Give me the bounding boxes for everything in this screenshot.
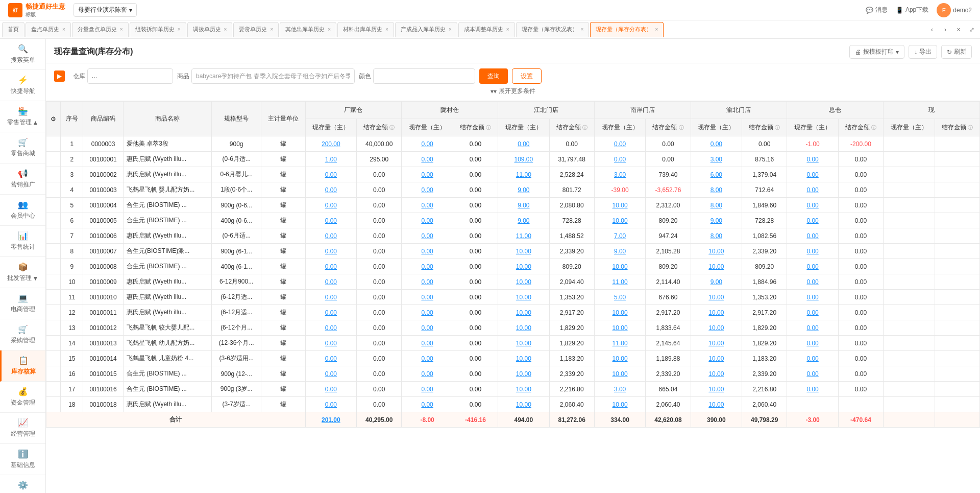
th-more: 现: [884, 102, 980, 119]
main-layout: 🔍 搜索英单 ⚡ 快捷导航 🏪 零售管理 ▲ 🛒 零售商城: [0, 39, 980, 493]
close-icon[interactable]: ×: [62, 27, 65, 32]
tab-home[interactable]: 首页: [2, 22, 24, 37]
summary-total-stock: -3.00: [787, 412, 839, 428]
tab-10[interactable]: 现存量（库存状况表） ×: [516, 22, 590, 37]
summary-lh-stock[interactable]: -8.00: [402, 412, 453, 428]
tab-close-btn[interactable]: ×: [952, 24, 965, 36]
th-yb-amount: 结存金额 ⓘ: [742, 119, 787, 136]
export-btn[interactable]: ↓ 导出: [909, 45, 937, 59]
th-unit: 主计量单位: [261, 102, 305, 136]
th-gear[interactable]: ⚙: [46, 102, 61, 136]
tab-8[interactable]: 产成品入库单历史 ×: [395, 22, 457, 37]
topbar-left: 好 畅捷通好生意 标版 母婴行业演示陈套 ▾: [8, 2, 137, 18]
sidebar-item-finance[interactable]: 💰 资金管理: [0, 382, 45, 413]
sidebar-item-system[interactable]: ⚙️ 系统管理: [0, 475, 45, 493]
tab-1[interactable]: 盘点单历史 ×: [26, 22, 71, 37]
refresh-btn[interactable]: ↻ 刷新: [941, 45, 972, 59]
info-icon[interactable]: ⓘ: [679, 125, 684, 130]
summary-lh-amount: -416.16: [453, 412, 498, 428]
tab-next-btn[interactable]: ›: [939, 24, 951, 36]
company-selector[interactable]: 母婴行业演示陈套 ▾: [74, 3, 137, 17]
sidebar-item-purchase[interactable]: 🛒 采购管理: [0, 319, 45, 350]
th-more-amount: 结存金额 ⓘ: [935, 119, 979, 136]
close-icon[interactable]: ×: [385, 27, 388, 32]
tab-fullscreen-btn[interactable]: ⤢: [966, 24, 978, 36]
warehouse-filter: 仓库: [73, 68, 173, 84]
sidebar-item-retail-mall[interactable]: 🛒 零售商城: [0, 132, 45, 163]
info-icon[interactable]: ⓘ: [968, 125, 973, 130]
table-row: 1 0000003 爱他美 卓萃3段 900g 罐 200.00 40,000.…: [46, 136, 980, 152]
summary-fw-amount: 40,295.00: [357, 412, 402, 428]
tab-label-home: 首页: [8, 26, 19, 33]
tab-11-active[interactable]: 现存量（库存分布表） ×: [590, 22, 664, 37]
info-icon[interactable]: ⓘ: [389, 125, 395, 130]
th-jb-stock: 现存量（主）: [498, 119, 550, 136]
tab-5[interactable]: 要货单历史 ×: [233, 22, 279, 37]
close-icon[interactable]: ×: [178, 27, 181, 32]
mall-icon: 🛒: [18, 137, 28, 147]
th-jiangbei-store: 江北门店: [498, 102, 595, 119]
info-icon[interactable]: ⓘ: [486, 125, 491, 130]
close-icon[interactable]: ×: [655, 27, 658, 32]
tab-2[interactable]: 分量盘点单历史 ×: [72, 22, 129, 37]
logo-area: 好 畅捷通好生意 标版: [8, 2, 65, 18]
tab-6[interactable]: 其他出库单历史 ×: [280, 22, 336, 37]
close-icon[interactable]: ×: [506, 27, 509, 32]
th-fw-stock: 现存量（主）: [305, 119, 357, 136]
message-btn[interactable]: 💬 消息: [866, 6, 888, 14]
table-row: 9 00100008 合生元 (BIOSTIME) ... 400g (6-1.…: [46, 259, 980, 274]
close-icon[interactable]: ×: [120, 27, 123, 32]
sidebar-item-basic-info[interactable]: ℹ️ 基础信息: [0, 444, 45, 475]
sidebar-item-retail-mgmt[interactable]: 🏪 零售管理 ▲: [0, 101, 45, 132]
table-row: 3 00100002 惠氏启赋 (Wyeth illu... 0-6月婴儿...…: [46, 167, 980, 182]
wholesale-icon: 📦: [18, 262, 28, 272]
info-icon[interactable]: ⓘ: [775, 125, 780, 130]
close-icon[interactable]: ×: [449, 27, 452, 32]
sidebar-item-search[interactable]: 🔍 搜索英单: [0, 39, 45, 70]
tab-3[interactable]: 组装拆卸单历史 ×: [130, 22, 186, 37]
search-btn[interactable]: 查询: [479, 68, 508, 84]
sidebar-item-quicknav[interactable]: ⚡ 快捷导航: [0, 70, 45, 101]
tab-9[interactable]: 成本调整单历史 ×: [458, 22, 515, 37]
close-icon[interactable]: ×: [328, 27, 331, 32]
product-input[interactable]: [191, 68, 355, 84]
summary-jb-stock[interactable]: 494.00: [498, 412, 550, 428]
expand-more-btn[interactable]: ▾▾ 展开更多条件: [491, 87, 535, 96]
summary-na-stock: 334.00: [594, 412, 646, 428]
tab-7[interactable]: 材料出库单历史 ×: [337, 22, 394, 37]
info-icon[interactable]: ⓘ: [871, 125, 876, 130]
summary-fw-stock[interactable]: 201.00: [305, 412, 357, 428]
product-filter: 商品: [177, 68, 355, 84]
settings-btn[interactable]: 设置: [512, 68, 542, 84]
table-area: ⚙ 序号 商品编码 商品名称 规格型号 主计量单位 厂家仓 陇村仓 江北门店 南…: [46, 101, 980, 493]
table-row: 13 00100012 飞鹤星飞帆 较大婴儿配... (6-12个月... 罐 …: [46, 320, 980, 336]
ecommerce-icon: 💻: [18, 293, 28, 303]
color-input[interactable]: [373, 68, 475, 84]
tab-4[interactable]: 调拨单历史 ×: [187, 22, 233, 37]
close-icon[interactable]: ×: [224, 27, 227, 32]
expand-arrow-btn[interactable]: ▶: [54, 71, 65, 82]
sidebar-item-ecommerce[interactable]: 💻 电商管理: [0, 288, 45, 319]
sidebar-item-business[interactable]: 📈 经营管理: [0, 413, 45, 444]
th-total-wh: 总仓: [787, 102, 884, 119]
page-actions: 🖨 按模板打印 ▾ ↓ 导出 ↻ 刷新: [849, 45, 972, 59]
close-icon[interactable]: ×: [581, 27, 584, 32]
close-icon[interactable]: ×: [270, 27, 273, 32]
sidebar-item-member[interactable]: 👥 会员中心: [0, 195, 45, 226]
gear-icon: ⚙️: [18, 480, 28, 490]
th-more-stock: 现存量（主）: [884, 119, 935, 136]
sidebar-item-inventory[interactable]: 📋 库存核算: [0, 350, 45, 382]
table-row: 6 00100005 合生元 (BIOSTIME) ... 400g (0-6.…: [46, 213, 980, 228]
tab-prev-btn[interactable]: ‹: [926, 24, 938, 36]
app-download-btn[interactable]: 📱 App下载: [896, 6, 928, 14]
sidebar-item-retail-stats[interactable]: 📊 零售统计: [0, 226, 45, 257]
summary-row: 合计 201.00 40,295.00 -8.00 -416.16 494.00…: [46, 412, 980, 428]
sidebar-item-wholesale[interactable]: 📦 批发管理 ▼: [0, 257, 45, 288]
logo-icon: 好: [8, 3, 22, 17]
info-icon[interactable]: ⓘ: [582, 125, 587, 130]
print-btn[interactable]: 🖨 按模板打印 ▾: [849, 45, 904, 59]
sidebar-item-marketing[interactable]: 📢 营销推广: [0, 163, 45, 195]
th-lh-amount: 结存金额 ⓘ: [453, 119, 498, 136]
user-profile[interactable]: E demo2: [937, 3, 972, 17]
warehouse-input[interactable]: [87, 68, 173, 84]
